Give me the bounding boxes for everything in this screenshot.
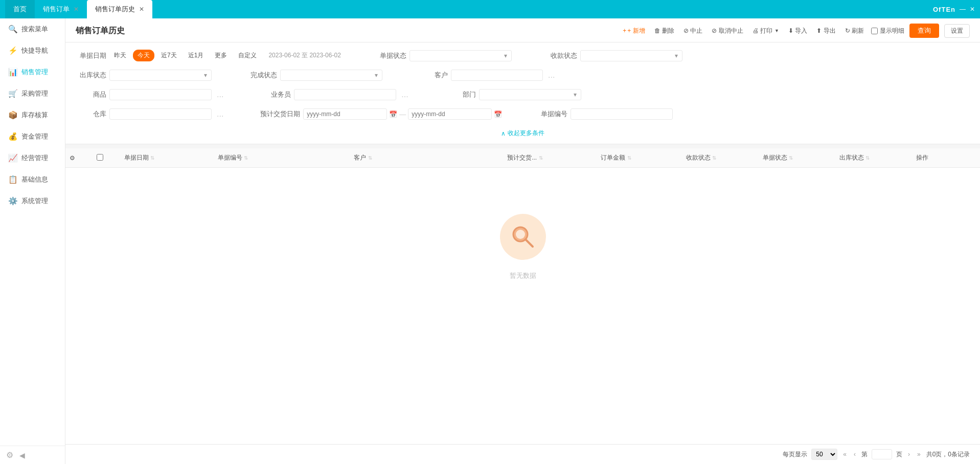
import-label: ⬇ 导入: [788, 27, 807, 35]
sidebar-item-inventory[interactable]: 📦 库存核算: [0, 104, 65, 126]
toolbar-print-btn[interactable]: 🖨 打印 ▼: [750, 26, 781, 36]
sidebar-item-basic-info[interactable]: 📋 基础信息: [0, 169, 65, 190]
collapse-btn[interactable]: ∧ 收起更多条件: [501, 127, 544, 138]
goods-input[interactable]: [109, 89, 212, 100]
date-btn-more[interactable]: 更多: [210, 50, 232, 61]
complete-status-select[interactable]: ▾: [280, 70, 382, 81]
filter-row-1: 单据日期 昨天 今天 近7天 近1月 更多 自定义 2023-06-02 至 2…: [76, 42, 970, 63]
toolbar-import-btn[interactable]: ⬇ 导入: [786, 26, 809, 36]
col-delivery-sort[interactable]: ⇅: [865, 155, 870, 161]
col-date-sort[interactable]: ⇅: [150, 155, 154, 161]
table-settings-icon[interactable]: ⚙: [70, 154, 75, 162]
page-suffix: 页: [896, 450, 902, 459]
tab-sales-history-close[interactable]: ✕: [139, 6, 144, 13]
sidebar-item-finance[interactable]: 💰 资金管理: [0, 126, 65, 147]
col-num-sort[interactable]: ⇅: [244, 155, 248, 161]
salesman-dots[interactable]: ...: [399, 91, 410, 99]
show-detail-checkbox[interactable]: 显示明细: [871, 27, 904, 35]
col-op: 操作: [912, 148, 980, 168]
sidebar-item-search-menu-label: 搜索菜单: [21, 25, 48, 34]
sidebar-item-operations[interactable]: 📈 经营管理: [0, 147, 65, 169]
date-btn-yesterday[interactable]: 昨天: [109, 50, 131, 61]
tab-sales-order-close[interactable]: ✕: [74, 6, 79, 13]
settings-button[interactable]: 设置: [944, 24, 970, 38]
col-delivery[interactable]: 预计交货... ⇅: [503, 148, 597, 168]
col-delivery-sort[interactable]: ⇅: [539, 155, 543, 161]
tab-bar: 首页 销售订单 ✕ 销售订单历史 ✕: [5, 0, 152, 18]
order-num-input[interactable]: [571, 108, 673, 120]
col-order-status[interactable]: 单据状态 ⇅: [759, 148, 835, 168]
customer-dots[interactable]: ...: [546, 71, 557, 79]
per-page-select[interactable]: 50 10 20 100: [811, 449, 837, 460]
sidebar-item-sales-mgmt[interactable]: 📊 销售管理: [0, 61, 65, 83]
sidebar-collapse-icon[interactable]: ◀: [19, 451, 25, 459]
order-status-arrow: ▾: [504, 52, 507, 59]
col-payment-sort[interactable]: ⇅: [712, 155, 716, 161]
col-delivery-status[interactable]: 出库状态 ⇅: [835, 148, 912, 168]
col-date-label: 单据日期: [124, 154, 149, 161]
toolbar-export-btn[interactable]: ⬆ 导出: [814, 26, 837, 36]
filter-date-cell: 单据日期 昨天 今天 近7天 近1月 更多 自定义 2023-06-02 至 2…: [76, 48, 341, 63]
show-detail-input[interactable]: [871, 28, 878, 34]
department-select[interactable]: ▾: [479, 89, 581, 100]
delivery-status-select[interactable]: ▾: [109, 70, 212, 81]
col-amount-sort[interactable]: ⇅: [627, 155, 631, 161]
filter-warehouse-cell: 仓库 ...: [76, 106, 225, 122]
col-amount[interactable]: 订单金额 ⇅: [597, 148, 682, 168]
page-input[interactable]: 1: [872, 449, 892, 459]
page-prev-btn[interactable]: ‹: [852, 451, 857, 458]
warehouse-input[interactable]: [109, 108, 212, 120]
col-num[interactable]: 单据编号 ⇅: [214, 148, 350, 168]
date-dash: —: [399, 111, 406, 118]
toolbar-delete-btn[interactable]: 🗑 删除: [652, 26, 676, 36]
delivery-date-from[interactable]: [303, 108, 387, 120]
col-customer[interactable]: 客户 ⇅: [350, 148, 503, 168]
svg-line-2: [526, 239, 533, 247]
col-order-sort[interactable]: ⇅: [789, 155, 793, 161]
empty-search-svg: [510, 224, 536, 250]
select-all-checkbox[interactable]: [97, 154, 103, 161]
payment-status-select[interactable]: ▾: [580, 50, 682, 61]
tab-sales-order[interactable]: 销售订单 ✕: [35, 0, 87, 18]
query-button[interactable]: 查询: [909, 24, 939, 38]
toolbar-cancel-stop-btn[interactable]: ⊘ 取消中止: [710, 26, 745, 36]
finance-icon: 💰: [8, 132, 17, 141]
salesman-input[interactable]: [294, 89, 396, 100]
cal-from-icon: 📅: [389, 111, 397, 118]
page-first-btn[interactable]: «: [841, 451, 848, 458]
table-footer: 每页显示 50 10 20 100 « ‹ 第 1 页 › » 共0页，0条记录: [65, 444, 980, 464]
order-status-select[interactable]: ▾: [409, 50, 512, 61]
sidebar-item-purchase-mgmt[interactable]: 🛒 采购管理: [0, 83, 65, 104]
goods-dots[interactable]: ...: [215, 91, 225, 99]
collapse-row: ∧ 收起更多条件: [76, 126, 970, 140]
sidebar-item-quick-nav[interactable]: ⚡ 快捷导航: [0, 40, 65, 61]
date-btn-custom[interactable]: 自定义: [234, 50, 261, 61]
col-customer-sort[interactable]: ⇅: [368, 155, 372, 161]
warehouse-dots[interactable]: ...: [215, 110, 225, 118]
date-btn-1month[interactable]: 近1月: [184, 50, 209, 61]
customer-input[interactable]: [451, 70, 543, 81]
empty-state: 暂无数据: [65, 168, 980, 321]
sidebar-item-system-mgmt[interactable]: ⚙️ 系统管理: [0, 190, 65, 212]
sidebar-item-sales-mgmt-label: 销售管理: [21, 68, 48, 77]
sidebar-settings-icon[interactable]: ⚙: [6, 450, 13, 460]
page-last-btn[interactable]: »: [916, 451, 922, 458]
window-minimize[interactable]: —: [960, 6, 966, 13]
date-btn-7days[interactable]: 近7天: [156, 50, 181, 61]
toolbar-refresh-btn[interactable]: ↻ 刷新: [843, 26, 866, 36]
toolbar-new-btn[interactable]: + + 新增: [621, 26, 647, 36]
complete-status-label: 完成状态: [246, 71, 277, 80]
col-payment-status[interactable]: 收款状态 ⇅: [682, 148, 759, 168]
tab-home[interactable]: 首页: [5, 0, 35, 18]
date-btn-today[interactable]: 今天: [133, 50, 154, 61]
toolbar-stop-btn[interactable]: ⊘ 中止: [681, 26, 704, 36]
col-date[interactable]: 单据日期 ⇅: [120, 148, 214, 168]
page-next-btn[interactable]: ›: [906, 451, 911, 458]
sidebar-item-search-menu[interactable]: 🔍 搜索菜单: [0, 18, 65, 40]
window-close[interactable]: ✕: [970, 6, 975, 13]
col-op-label: 操作: [916, 154, 928, 161]
table-settings-col[interactable]: ⚙: [65, 148, 93, 168]
tab-sales-history[interactable]: 销售订单历史 ✕: [87, 0, 152, 18]
table-checkbox-col[interactable]: [93, 148, 120, 168]
delivery-date-to[interactable]: [408, 108, 492, 120]
